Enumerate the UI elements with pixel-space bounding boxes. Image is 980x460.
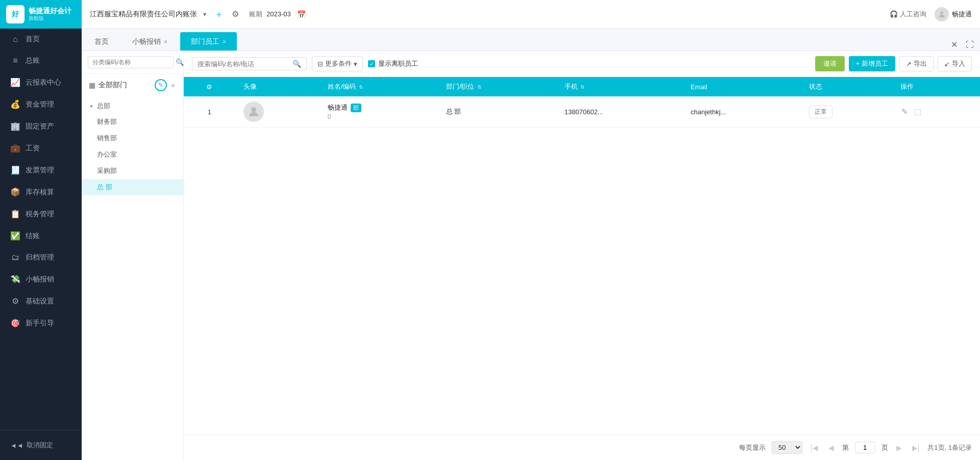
cancel-fix-button[interactable]: ◄◄ 取消固定 [0,436,82,455]
svg-point-1 [251,107,256,112]
dept-item-finance[interactable]: 财务部 [82,114,183,130]
expand-icon: ▼ [89,104,94,109]
add-employee-button[interactable]: + 新增员工 [849,56,895,71]
row-no: 1 [184,96,235,127]
main-area: 江西服宝精品有限责任公司内账张 ▾ ＋ ⚙ 账期 2023-03 📅 🎧 人工咨… [82,0,980,460]
home-icon: ⌂ [10,35,20,44]
import-button[interactable]: ↙ 导入 [938,56,972,71]
ai-service-button[interactable]: 🎧 人工咨询 [890,10,926,19]
tab-expand-button[interactable]: ⛶ [964,39,976,50]
period-value[interactable]: 2023-03 [266,10,291,18]
col-name[interactable]: 姓名/编码 ⇅ [320,77,438,96]
next-page-button[interactable]: ▶ [894,443,904,453]
employee-table: ⚙ 头像 姓名/编码 ⇅ 部门/职位 ⇅ 手机 [184,77,980,435]
sidebar-item-expense[interactable]: 💸 小畅报销 [0,268,82,290]
sidebar-item-assets[interactable]: 🏢 固定资产 [0,115,82,137]
tab-close-button[interactable]: ✕ [949,39,960,50]
emp-name-row: 畅捷通 部 [328,103,430,112]
user-avatar [935,7,949,21]
page-input[interactable] [855,442,875,453]
dept-panel: 🔍 ▦ 全部部门 ✎ « ▼ 总部 财务部 销售部 [82,51,184,460]
sidebar-label-close: 结账 [26,232,40,241]
user-name: 畅捷通 [952,10,972,19]
filter-button[interactable]: ⊟ 更多条件 ▾ [312,56,363,71]
per-page-select[interactable]: 50 100 200 [772,441,802,454]
row-dept: 总 部 [438,96,556,127]
emp-name-text: 畅捷通 [328,103,348,112]
emp-search-box: 🔍 [192,57,307,70]
col-setting[interactable]: ⚙ [184,77,235,96]
header-settings-button[interactable]: ⚙ [230,9,241,19]
show-resigned-toggle[interactable]: ✓ 显示离职员工 [368,59,418,68]
dept-search-button[interactable]: 🔍 [176,58,184,66]
dept-all-row[interactable]: ▦ 全部部门 ✎ « [82,74,183,96]
sidebar-item-salary[interactable]: 💼 工资 [0,137,82,159]
row-avatar [235,96,320,127]
dept-item-general[interactable]: 总 部 [82,179,183,195]
dept-edit-button[interactable]: ✎ [155,79,167,91]
tab-employees[interactable]: 部门员工 × [180,32,237,50]
sidebar-item-ledger[interactable]: ≡ 总账 [0,50,82,71]
company-dropdown-button[interactable]: ▾ [201,11,208,18]
resigned-checkbox[interactable]: ✓ [368,60,375,67]
col-name-label: 姓名/编码 [328,83,356,90]
export-button[interactable]: ↗ 导出 [899,56,934,71]
tab-home[interactable]: 首页 [84,32,119,50]
logo-text-block: 畅捷通好会计 旗舰版 [29,7,71,22]
first-page-button[interactable]: |◀ [808,443,820,453]
sidebar-item-reports[interactable]: 📈 云报表中心 [0,71,82,93]
tab-employees-close[interactable]: × [223,38,226,45]
row-phone: 138070602... [556,96,682,127]
calendar-icon[interactable]: 📅 [297,10,306,18]
top-header: 江西服宝精品有限责任公司内账张 ▾ ＋ ⚙ 账期 2023-03 📅 🎧 人工咨… [82,0,980,29]
prev-page-button[interactable]: ◀ [826,443,836,453]
col-avatar: 头像 [235,77,320,96]
sidebar-item-invoice[interactable]: 🧾 发票管理 [0,159,82,181]
left-arrow-icon: ◄◄ [10,442,23,449]
export-icon: ↗ [906,60,912,68]
sidebar-item-funds[interactable]: 💰 资金管理 [0,93,82,115]
emp-search-icon[interactable]: 🔍 [292,60,301,68]
logo-icon: 好 [6,5,24,23]
sidebar-label-tax: 税务管理 [26,210,54,219]
edit-button[interactable]: ✎ [900,106,909,117]
sidebar-item-tax[interactable]: 📋 税务管理 [0,203,82,225]
tab-expense[interactable]: 小畅报销 × [121,32,178,50]
sidebar-item-guide[interactable]: 🎯 新手引导 [0,312,82,334]
dept-all-icon: ▦ [89,81,95,89]
salary-icon: 💼 [10,143,20,153]
sidebar-scroll: ⌂ 首页 ≡ 总账 📈 云报表中心 💰 资金管理 🏢 固定资产 💼 工资 🧾 发… [0,29,82,430]
col-phone[interactable]: 手机 ⇅ [556,77,682,96]
table-footer: 每页显示 50 100 200 |◀ ◀ 第 页 ▶ ▶| 共1页, 1条记录 [184,435,980,460]
dept-sort-icon: ⇅ [477,84,481,90]
last-page-button[interactable]: ▶| [910,443,922,453]
sidebar-item-home[interactable]: ⌂ 首页 [0,29,82,50]
dept-collapse-button[interactable]: « [170,81,176,89]
col-dept[interactable]: 部门/职位 ⇅ [438,77,556,96]
dept-item-sales[interactable]: 销售部 [82,130,183,146]
invite-button[interactable]: 邀请 [815,56,845,71]
toolbar-right: 邀请 + 新增员工 ↗ 导出 ↙ 导入 [815,56,972,71]
logout-button[interactable]: ⬚ [913,106,922,117]
row-actions: ✎ ⬚ [892,96,980,127]
sidebar-item-archive[interactable]: 🗂 归档管理 [0,247,82,268]
archive-icon: 🗂 [10,253,20,262]
sidebar-label-archive: 归档管理 [26,253,54,262]
inventory-icon: 📦 [10,187,20,197]
sidebar-item-settings[interactable]: ⚙ 基础设置 [0,290,82,312]
dept-search-input[interactable] [88,56,174,68]
dept-item-office[interactable]: 办公室 [82,146,183,163]
user-info[interactable]: 畅捷通 [935,7,972,21]
sidebar-label-assets: 固定资产 [26,122,54,131]
app-sub: 旗舰版 [29,15,71,22]
import-icon: ↙ [944,60,950,68]
sidebar-label-expense: 小畅报销 [26,275,54,284]
company-name[interactable]: 江西服宝精品有限责任公司内账张 [90,10,197,19]
sidebar-item-close[interactable]: ✅ 结账 [0,225,82,247]
emp-search-input[interactable] [198,60,289,68]
dept-item-purchase[interactable]: 采购部 [82,163,183,179]
dept-group-total[interactable]: ▼ 总部 [82,98,183,114]
tab-expense-close[interactable]: × [164,38,167,45]
add-company-button[interactable]: ＋ [212,8,226,20]
sidebar-item-inventory[interactable]: 📦 库存核算 [0,181,82,203]
